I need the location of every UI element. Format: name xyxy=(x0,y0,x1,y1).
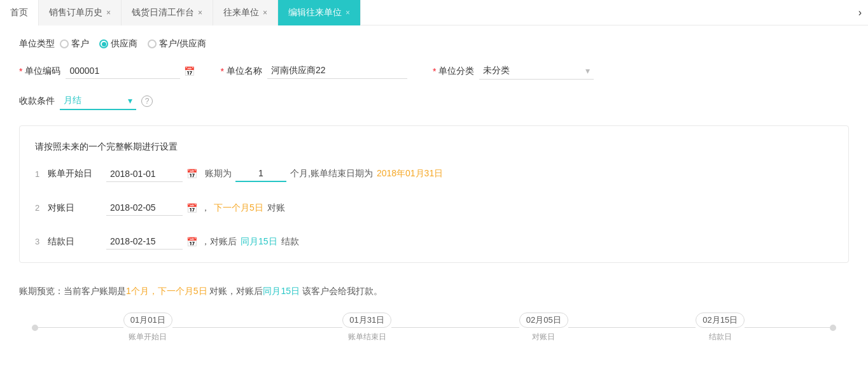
setting-mid-1: 账期为 xyxy=(205,168,232,179)
tabs-more-button[interactable]: › xyxy=(852,0,868,25)
timeline-line-3 xyxy=(391,327,519,328)
payment-label: 收款条件 xyxy=(19,95,55,107)
setting-date-3[interactable] xyxy=(106,234,183,250)
timeline-line-1 xyxy=(38,327,123,328)
timeline-dot-left xyxy=(32,325,38,331)
tab-edit-units[interactable]: 编辑往来单位 × xyxy=(278,0,361,25)
timeline-node-3: 02月05日 对账日 xyxy=(519,313,568,342)
unit-code-input[interactable]: 000001 xyxy=(66,63,180,79)
radio-both-circle xyxy=(148,39,157,48)
setting-highlight-3: 同月15日 xyxy=(241,236,277,248)
unit-code-icon[interactable]: 📅 xyxy=(184,66,195,76)
setting-suffix-1: 个月,账单结束日期为 xyxy=(290,168,373,179)
tab-units[interactable]: 往来单位 × xyxy=(213,0,278,25)
preview-recon: 下一个月5日 xyxy=(158,286,207,296)
radio-supplier[interactable]: 供应商 xyxy=(99,38,137,50)
timeline-node-4: 02月15日 结款日 xyxy=(696,313,745,342)
setting-num-2: 2 xyxy=(35,203,48,213)
timeline-line-2 xyxy=(172,327,343,328)
timeline-dot-right xyxy=(830,325,836,331)
payment-arrow: ▾ xyxy=(128,95,132,106)
page-content: 单位类型 客户 供应商 客户/供应商 * 单位编码 000001 📅 * xyxy=(0,25,868,387)
timeline-label-3: 对账日 xyxy=(532,332,555,342)
setting-cal-2[interactable]: 📅 xyxy=(186,203,197,213)
radio-customer[interactable]: 客户 xyxy=(60,38,89,50)
setting-comma-2: ， xyxy=(201,202,210,214)
radio-customer-label: 客户 xyxy=(71,38,89,50)
radio-customer-circle xyxy=(60,39,69,48)
tab-cash-work-close[interactable]: × xyxy=(198,8,202,17)
preview-recon-suffix: 对账，对账后 xyxy=(207,286,263,296)
timeline-badge-2: 01月31日 xyxy=(342,313,391,328)
unit-category-value: 未分类 xyxy=(483,65,580,76)
tab-sales-history-close[interactable]: × xyxy=(106,8,111,17)
preview-box: 账期预览：当前客户账期是1个月，下一个月5日 对账，对账后同月15日 该客户会给… xyxy=(19,276,849,342)
setting-label-1: 账单开始日 xyxy=(48,168,99,179)
setting-num-1: 1 xyxy=(35,169,48,179)
timeline-line-5 xyxy=(745,327,830,328)
preview-suffix: 该客户会给我打款。 xyxy=(300,286,382,296)
timeline-line-4 xyxy=(568,327,696,328)
unit-info-row: * 单位编码 000001 📅 * 单位名称 河南供应商22 * 单位分类 未分… xyxy=(19,62,849,80)
timeline-label-2: 账单结束日 xyxy=(348,332,386,342)
settings-box: 请按照未来的一个完整帐期进行设置 1 账单开始日 📅 账期为 个月,账单结束日期… xyxy=(19,125,849,263)
tabs-bar: 首页 销售订单历史 × 钱货日清工作台 × 往来单位 × 编辑往来单位 × › xyxy=(0,0,868,25)
unit-name-label: 单位名称 xyxy=(227,66,262,77)
payment-value: 月结 xyxy=(64,95,123,106)
setting-period-input[interactable] xyxy=(235,165,286,182)
setting-row-1: 1 账单开始日 📅 账期为 个月,账单结束日期为 2018年01月31日 xyxy=(35,165,833,182)
unit-name-group: * 单位名称 河南供应商22 xyxy=(220,63,407,79)
tab-units-label: 往来单位 xyxy=(223,7,259,18)
setting-row-2: 2 对账日 📅 ， 下一个月5日 对账 xyxy=(35,200,833,216)
settings-title: 请按照未来的一个完整帐期进行设置 xyxy=(35,141,833,153)
timeline-node-2: 01月31日 账单结束日 xyxy=(342,313,391,342)
timeline-label-4: 结款日 xyxy=(709,332,732,342)
preview-text: 账期预览：当前客户账期是1个月，下一个月5日 对账，对账后同月15日 该客户会给… xyxy=(19,286,849,297)
setting-row-3: 3 结款日 📅 ，对账后 同月15日 结款 xyxy=(35,234,833,250)
tab-home[interactable]: 首页 xyxy=(0,0,39,25)
setting-num-3: 3 xyxy=(35,237,48,246)
timeline-label-1: 账单开始日 xyxy=(129,332,167,342)
setting-cal-3[interactable]: 📅 xyxy=(186,237,197,247)
unit-name-star: * xyxy=(220,66,223,76)
timeline-badge-1: 01月01日 xyxy=(123,313,172,328)
tab-edit-units-label: 编辑往来单位 xyxy=(288,7,342,18)
tab-units-close[interactable]: × xyxy=(263,8,267,17)
setting-date-1[interactable] xyxy=(106,166,183,182)
unit-name-input[interactable]: 河南供应商22 xyxy=(267,63,407,79)
preview-period: 1个月， xyxy=(126,286,158,296)
tabs-more-icon: › xyxy=(858,7,862,18)
radio-both[interactable]: 客户/供应商 xyxy=(148,38,206,50)
tab-sales-history[interactable]: 销售订单历史 × xyxy=(39,0,122,25)
unit-type-label: 单位类型 xyxy=(19,38,55,50)
unit-code-label: 单位编码 xyxy=(25,66,60,77)
preview-pay: 同月15日 xyxy=(263,286,300,296)
radio-both-label: 客户/供应商 xyxy=(159,38,206,50)
unit-category-label: 单位分类 xyxy=(438,66,474,77)
unit-code-star: * xyxy=(19,66,22,76)
unit-type-row: 单位类型 客户 供应商 客户/供应商 xyxy=(19,38,849,50)
tab-home-label: 首页 xyxy=(10,7,28,18)
tab-cash-work-label: 钱货日清工作台 xyxy=(132,7,194,18)
payment-select[interactable]: 月结 ▾ xyxy=(60,92,136,110)
setting-prefix-3: ，对账后 xyxy=(201,236,237,248)
unit-type-radio-group: 客户 供应商 客户/供应商 xyxy=(60,38,206,50)
timeline-badge-4: 02月15日 xyxy=(696,313,745,328)
setting-date-2[interactable] xyxy=(106,200,183,216)
radio-supplier-circle xyxy=(99,39,108,48)
tab-edit-units-close[interactable]: × xyxy=(346,8,350,17)
payment-help-icon[interactable]: ? xyxy=(141,95,153,107)
payment-row: 收款条件 月结 ▾ ? xyxy=(19,92,849,110)
setting-highlight-2: 下一个月5日 xyxy=(214,202,263,214)
setting-label-3: 结款日 xyxy=(48,236,99,248)
setting-label-2: 对账日 xyxy=(48,202,99,214)
setting-suffix-2: 对账 xyxy=(267,202,285,214)
unit-category-select[interactable]: 未分类 ▾ xyxy=(479,62,594,80)
unit-code-group: * 单位编码 000001 📅 xyxy=(19,63,195,79)
timeline: 01月01日 账单开始日 01月31日 账单结束日 02月05日 对账日 02月… xyxy=(19,313,849,342)
unit-category-group: * 单位分类 未分类 ▾ xyxy=(433,62,594,80)
timeline-badge-3: 02月05日 xyxy=(519,313,568,328)
tab-cash-work[interactable]: 钱货日清工作台 × xyxy=(122,0,213,25)
timeline-node-1: 01月01日 账单开始日 xyxy=(123,313,172,342)
setting-cal-1[interactable]: 📅 xyxy=(186,169,197,179)
